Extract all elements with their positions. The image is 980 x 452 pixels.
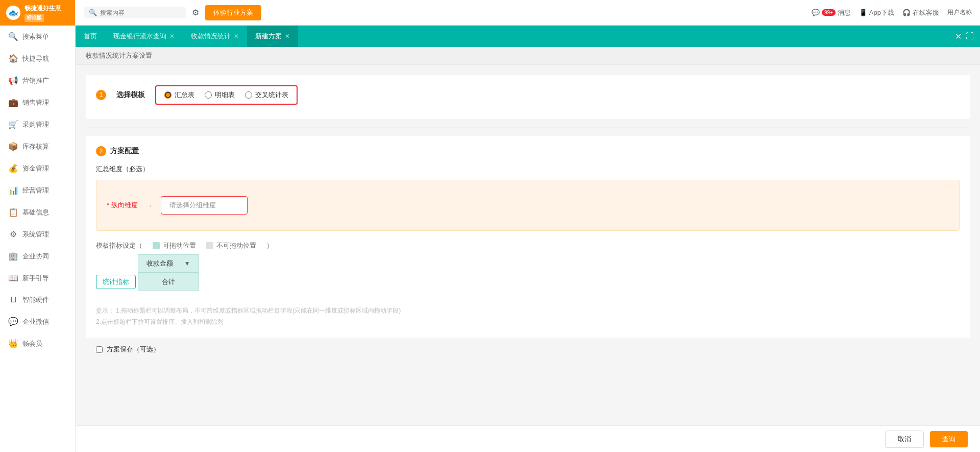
sidebar-label-hardware: 智能硬件 [22, 295, 49, 304]
step2-header: 2 方案配置 [96, 146, 960, 156]
metrics-table: 收款金额 ▼ 合计 [138, 254, 199, 291]
tabbar-expand-btn[interactable]: ⛶ [966, 32, 974, 41]
footer: 取消 查询 [76, 425, 980, 452]
tab-bank-flow-close[interactable]: ✕ [169, 33, 175, 40]
sidebar-item-finance[interactable]: 💰 资金管理 [0, 157, 75, 179]
step1-header-row: 1 选择模板 汇总表 明细表 [96, 85, 960, 105]
dimension-row: * 纵向维度 → 请选择分组维度 [107, 196, 248, 215]
main-area: 🔍 ⚙ 体验行业方案 💬 99+ 消息 📱 App下载 🎧 在线客服 用户名称 … [76, 0, 980, 452]
dimension-arrow: → [146, 202, 153, 209]
content-area: 收款情况统计方案设置 1 选择模板 汇总表 [76, 47, 980, 452]
industry-button[interactable]: 体验行业方案 [205, 5, 261, 20]
message-label: 消息 [838, 8, 851, 17]
gear-button[interactable]: ⚙ [192, 8, 199, 17]
page-body: 1 选择模板 汇总表 明细表 [76, 65, 980, 371]
tab-payment-stats-close[interactable]: ✕ [234, 33, 239, 40]
sidebar-label-operations: 经营管理 [22, 186, 49, 195]
draggable-hint: 可拖动位置 [153, 241, 196, 250]
sidebar-logo: 🐟 畅捷通好生意 标准版 [0, 0, 75, 26]
guide-icon: 📖 [8, 273, 18, 283]
tip-line1: 提示： 1.拖动标题栏可以调整布局，不可跨维度或指标区域拖动栏目字段(只能在同一… [96, 305, 960, 317]
search-input[interactable] [100, 9, 172, 16]
cancel-button[interactable]: 取消 [885, 431, 924, 448]
radio-summary[interactable]: 汇总表 [164, 90, 194, 100]
support-icon: 🎧 [902, 9, 911, 16]
draggable-label: 可拖动位置 [163, 241, 196, 250]
sidebar-item-basics[interactable]: 📋 基础信息 [0, 201, 75, 223]
tabbar-actions: ✕ ⛶ [955, 32, 980, 41]
inventory-icon: 📦 [8, 141, 18, 151]
page-header: 收款情况统计方案设置 [76, 47, 980, 65]
search-icon: 🔍 [8, 32, 18, 41]
sidebar-item-enterprise[interactable]: 🏢 企业协同 [0, 245, 75, 267]
sidebar-item-search[interactable]: 🔍 搜索菜单 [0, 26, 75, 47]
tab-payment-stats[interactable]: 收款情况统计 ✕ [183, 26, 247, 47]
sidebar-item-inventory[interactable]: 📦 库存核算 [0, 135, 75, 157]
sidebar-label-system: 系统管理 [22, 230, 49, 239]
search-icon-topbar: 🔍 [89, 9, 97, 16]
dimension-section-label: 汇总维度（必选） [96, 164, 960, 174]
page-header-text: 收款情况统计方案设置 [86, 52, 152, 59]
username-display: 用户名称 [947, 8, 972, 17]
topbar-right: 💬 99+ 消息 📱 App下载 🎧 在线客服 用户名称 [812, 8, 972, 17]
tab-bank-flow[interactable]: 现金银行流水查询 ✕ [105, 26, 183, 47]
radio-crosstab-input[interactable] [245, 91, 252, 99]
sidebar-item-member[interactable]: 👑 畅会员 [0, 332, 75, 354]
message-button[interactable]: 💬 99+ 消息 [812, 8, 851, 17]
sidebar: 🐟 畅捷通好生意 标准版 🔍 搜索菜单 🏠 快捷导航 📢 营销推广 💼 销售管理… [0, 0, 76, 452]
save-option-label: 方案保存（可选） [107, 345, 160, 354]
metrics-cell-total: 合计 [138, 273, 199, 291]
sidebar-label-guide: 新手引导 [22, 274, 49, 283]
dimension-select-placeholder: 请选择分组维度 [169, 201, 216, 209]
non-draggable-label: 不可拖动位置 [216, 241, 256, 250]
query-button[interactable]: 查询 [930, 431, 968, 447]
sidebar-item-nav[interactable]: 🏠 快捷导航 [0, 47, 75, 69]
download-icon: 📱 [859, 9, 867, 16]
tab-payment-stats-label: 收款情况统计 [191, 32, 231, 41]
download-button[interactable]: 📱 App下载 [859, 8, 894, 17]
support-button[interactable]: 🎧 在线客服 [902, 8, 939, 17]
template-selection-box: 汇总表 明细表 交叉统计表 [155, 85, 298, 105]
metrics-amount-label: 收款金额 [146, 259, 173, 268]
radio-crosstab-label: 交叉统计表 [255, 90, 288, 100]
sidebar-item-operations[interactable]: 📊 经营管理 [0, 179, 75, 201]
sidebar-label-nav: 快捷导航 [22, 54, 49, 63]
sidebar-label-wechat: 企业微信 [22, 317, 49, 326]
radio-summary-label: 汇总表 [175, 90, 194, 100]
tab-new-plan-close[interactable]: ✕ [285, 33, 290, 40]
sidebar-item-guide[interactable]: 📖 新手引导 [0, 267, 75, 289]
sidebar-label-sales: 销售管理 [22, 98, 49, 107]
step2-section: 2 方案配置 汇总维度（必选） * 纵向维度 → 请选择分组维度 [86, 136, 970, 338]
radio-detail-input[interactable] [205, 91, 212, 99]
tab-home[interactable]: 首页 [76, 26, 105, 47]
hardware-icon: 🖥 [8, 295, 18, 304]
sidebar-item-system[interactable]: ⚙ 系统管理 [0, 223, 75, 245]
metrics-cell-amount[interactable]: 收款金额 ▼ [138, 254, 199, 273]
tab-new-plan[interactable]: 新建方案 ✕ [247, 26, 298, 47]
message-icon: 💬 [812, 9, 820, 16]
dimension-select[interactable]: 请选择分组维度 [161, 196, 248, 215]
sidebar-nav: 🔍 搜索菜单 🏠 快捷导航 📢 营销推广 💼 销售管理 🛒 采购管理 📦 库存核… [0, 26, 75, 452]
sales-icon: 💼 [8, 98, 18, 107]
tabbar-close-btn[interactable]: ✕ [955, 32, 962, 41]
operations-icon: 📊 [8, 185, 18, 195]
sidebar-item-marketing[interactable]: 📢 营销推广 [0, 69, 75, 91]
radio-summary-input[interactable] [164, 91, 172, 99]
metrics-close-paren: ） [266, 241, 273, 250]
radio-crosstab[interactable]: 交叉统计表 [245, 90, 288, 100]
sidebar-item-wechat[interactable]: 💬 企业微信 [0, 311, 75, 332]
sidebar-item-sales[interactable]: 💼 销售管理 [0, 91, 75, 113]
save-checkbox[interactable] [96, 346, 103, 353]
search-box[interactable]: 🔍 [84, 7, 186, 18]
sidebar-label-inventory: 库存核算 [22, 142, 49, 151]
tip-line2: 2.点击标题栏下拉可设置排序、插入列和删除列 [96, 317, 960, 328]
topbar: 🔍 ⚙ 体验行业方案 💬 99+ 消息 📱 App下载 🎧 在线客服 用户名称 [76, 0, 980, 26]
finance-icon: 💰 [8, 163, 18, 173]
sidebar-item-hardware[interactable]: 🖥 智能硬件 [0, 289, 75, 311]
metrics-amount-dropdown[interactable]: ▼ [184, 260, 190, 267]
sidebar-item-purchase[interactable]: 🛒 采购管理 [0, 113, 75, 135]
edition-badge: 标准版 [24, 14, 44, 22]
purchase-icon: 🛒 [8, 120, 18, 129]
download-label: App下载 [869, 8, 894, 17]
radio-detail[interactable]: 明细表 [205, 90, 235, 100]
